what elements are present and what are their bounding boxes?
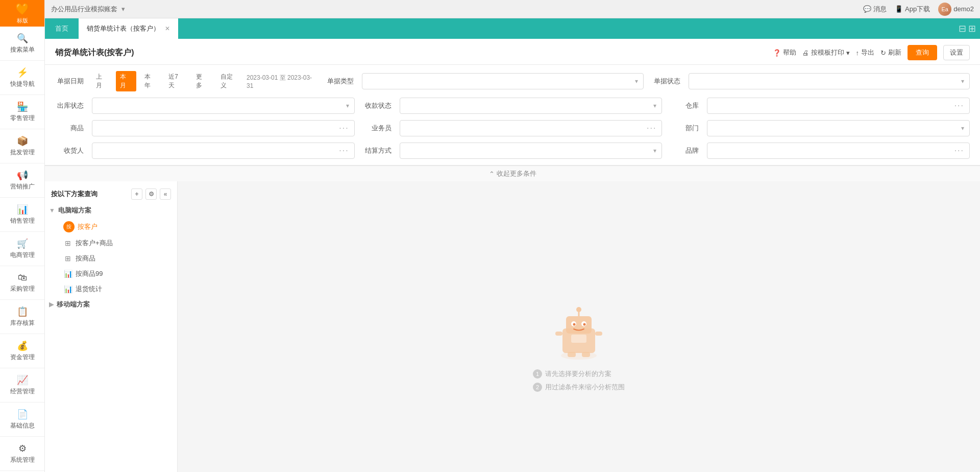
brand-select[interactable]: ···	[707, 143, 970, 159]
app-download-label: App下载	[905, 5, 930, 14]
refresh-icon: ↻	[880, 49, 886, 57]
collapse-btn[interactable]: ⌃ 收起更多条件	[489, 169, 536, 178]
page-actions: ❓ 帮助 🖨 按模板打印 ▾ ↑ 导出 ↻ 刷新	[773, 45, 970, 60]
export-btn[interactable]: ↑ 导出	[856, 48, 875, 57]
filter-row-3: 商品 ··· 业务员 ··· 部门 ▾	[55, 120, 970, 136]
doc-type-arrow: ▾	[635, 78, 638, 85]
date-btn-current-month[interactable]: 本月	[116, 71, 136, 91]
warehouse-select[interactable]: ···	[707, 98, 970, 114]
date-btn-7days[interactable]: 近7天	[164, 71, 188, 91]
doc-status-select[interactable]: ▾	[689, 73, 970, 89]
goods-dots: ···	[339, 124, 349, 133]
department-select[interactable]: ▾	[707, 120, 970, 136]
logo-icon: 🧡	[15, 3, 29, 16]
print-btn[interactable]: 🖨 按模板打印 ▾	[802, 48, 850, 57]
tab-maximize-icon[interactable]: ⊞	[968, 23, 976, 34]
doc-type-select[interactable]: ▾	[362, 73, 643, 89]
panel-actions: + ⚙ «	[131, 188, 171, 200]
tree-expand-pc: ▼	[49, 207, 55, 214]
main-content: 1 请先选择要分析的方案 2 用过滤条件来缩小分析范围	[178, 181, 980, 472]
settlement-select[interactable]: ▾	[400, 143, 663, 159]
return-stats-icon: 📊	[63, 285, 72, 293]
tree-item-return-stats[interactable]: 📊 退货统计	[45, 281, 177, 297]
date-btn-custom[interactable]: 自定义	[216, 71, 242, 91]
tab-bar-inner: 首页 销货单统计表（按客户） ✕	[45, 18, 959, 39]
warehouse-label: 仓库	[670, 101, 699, 110]
sidebar-item-purchase-label: 采购管理	[10, 285, 35, 293]
salesperson-select[interactable]: ···	[400, 120, 663, 136]
user-avatar-area[interactable]: Ea demo2	[938, 3, 974, 16]
print-icon: 🖨	[802, 49, 809, 57]
page-header: 销货单统计表(按客户) ❓ 帮助 🖨 按模板打印 ▾ ↑ 导出	[45, 39, 980, 65]
date-btn-prev-month[interactable]: 上月	[92, 71, 112, 91]
sales-icon: 📊	[17, 204, 28, 215]
sidebar-item-quick-nav-label: 快捷导航	[10, 80, 35, 88]
sidebar-item-marketing[interactable]: 📢 营销推广	[0, 163, 44, 198]
refresh-label: 刷新	[888, 48, 901, 57]
ecommerce-icon: 🛒	[17, 238, 28, 249]
date-btn-current-year[interactable]: 本年	[140, 71, 160, 91]
finance-icon: 💰	[17, 340, 28, 351]
refresh-btn[interactable]: ↻ 刷新	[880, 48, 901, 57]
receipt-status-select[interactable]: ▾	[400, 98, 663, 114]
tab-home[interactable]: 首页	[45, 18, 79, 39]
sidebar-item-ecommerce[interactable]: 🛒 电商管理	[0, 232, 44, 266]
warehouse-dots: ···	[954, 101, 964, 110]
panel-add-btn[interactable]: +	[131, 188, 142, 200]
tree-item-by-goods99[interactable]: 📊 按商品99	[45, 266, 177, 281]
panel-header: 按以下方案查询 + ⚙ «	[45, 185, 177, 203]
customer-goods-icon: ⊞	[63, 239, 72, 247]
tree-item-customer-goods[interactable]: ⊞ 按客户+商品	[45, 235, 177, 251]
message-btn[interactable]: 💬 消息	[863, 5, 887, 14]
tree-section-pc[interactable]: ▼ 电脑端方案	[45, 203, 177, 218]
sidebar-item-operations-label: 经营管理	[10, 387, 35, 396]
sidebar-item-wholesale[interactable]: 📦 批发管理	[0, 129, 44, 163]
out-status-select[interactable]: ▾	[92, 98, 355, 114]
query-button[interactable]: 查询	[908, 45, 937, 60]
department-arrow: ▾	[961, 125, 964, 132]
app-download-btn[interactable]: 📱 App下载	[895, 5, 930, 14]
help-icon: ❓	[773, 49, 781, 57]
empty-state: 1 请先选择要分析的方案 2 用过滤条件来缩小分析范围	[533, 302, 625, 392]
help-btn[interactable]: ❓ 帮助	[773, 48, 796, 57]
date-filter-group: 上月 本月 本年 近7天 更多 自定义 2023-03-01 至 2023-03…	[92, 71, 317, 91]
purchase-icon: 🛍	[18, 272, 27, 283]
sidebar-item-search[interactable]: 🔍 搜索菜单	[0, 27, 44, 61]
sidebar-item-purchase[interactable]: 🛍 采购管理	[0, 266, 44, 300]
brand-label: 品牌	[670, 146, 699, 155]
tab-sales-stats[interactable]: 销货单统计表（按客户） ✕	[79, 18, 178, 39]
svg-rect-11	[568, 352, 576, 357]
tree-item-by-goods[interactable]: ⊞ 按商品	[45, 251, 177, 266]
retail-icon: 🏪	[17, 101, 28, 112]
sidebar-item-retail[interactable]: 🏪 零售管理	[0, 95, 44, 129]
sidebar-item-sales-label: 销售管理	[10, 217, 35, 225]
sidebar-item-finance[interactable]: 💰 资金管理	[0, 334, 44, 368]
sidebar-item-system[interactable]: ⚙ 系统管理	[0, 437, 44, 471]
account-dropdown-icon[interactable]: ▾	[121, 5, 125, 13]
panel-settings-btn[interactable]: ⚙	[145, 188, 157, 200]
doc-status-label: 单据状态	[652, 77, 680, 86]
page-title: 销货单统计表(按客户)	[55, 48, 134, 58]
message-icon: 💬	[863, 5, 871, 13]
goods-select[interactable]: ···	[92, 120, 355, 136]
tab-close-icon[interactable]: ✕	[165, 25, 170, 32]
settings-button[interactable]: 设置	[943, 45, 970, 60]
tree-section-mobile[interactable]: ▶ 移动端方案	[45, 297, 177, 312]
sidebar-item-sales[interactable]: 📊 销售管理	[0, 198, 44, 232]
by-customer-icon: 按	[63, 221, 75, 232]
tab-minimize-icon[interactable]: ⊟	[959, 23, 966, 34]
print-dropdown-icon[interactable]: ▾	[846, 49, 850, 57]
sidebar-item-operations[interactable]: 📈 经营管理	[0, 368, 44, 403]
receipt-status-label: 收款状态	[363, 101, 391, 110]
sidebar-item-ecommerce-label: 电商管理	[10, 251, 35, 259]
receiver-select[interactable]: ···	[92, 143, 355, 159]
sidebar-item-inventory[interactable]: 📋 库存核算	[0, 300, 44, 334]
settlement-label: 结算方式	[363, 146, 391, 155]
date-btn-more[interactable]: 更多	[192, 71, 212, 91]
tree-item-by-customer[interactable]: 按 按客户	[45, 218, 177, 235]
app-download-icon: 📱	[895, 5, 903, 13]
panel-collapse-btn[interactable]: «	[160, 188, 171, 200]
marketing-icon: 📢	[17, 170, 28, 181]
sidebar-item-quick-nav[interactable]: ⚡ 快捷导航	[0, 61, 44, 95]
sidebar-item-basic-info[interactable]: 📄 基础信息	[0, 403, 44, 437]
